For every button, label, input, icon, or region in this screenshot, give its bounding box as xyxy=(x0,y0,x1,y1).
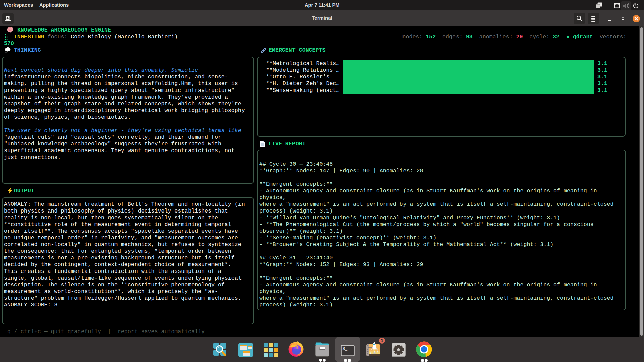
svg-text:$_: $_ xyxy=(343,347,348,351)
